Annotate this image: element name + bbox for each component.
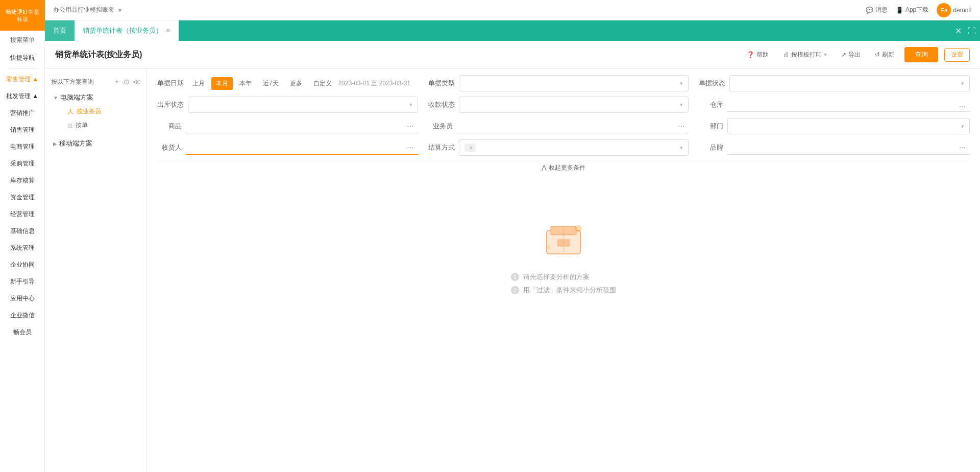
- tree-item-by-order[interactable]: ⊞ 按单: [63, 119, 142, 132]
- sidebar-item-enterprise[interactable]: 企业协同: [0, 256, 44, 273]
- tree-section: ▼ 电脑端方案 人 按业务员 ⊞ 按单 ▶: [45, 90, 146, 151]
- settlement-tag-close[interactable]: ×: [470, 145, 473, 151]
- paymentstatus-select[interactable]: ▾: [459, 97, 689, 113]
- filter-docstatus-cell: 单据状态 ▾: [699, 75, 970, 91]
- brand-ellipsis-icon[interactable]: ···: [959, 143, 966, 152]
- empty-tip-1: 1 请先选择要分析的方案: [511, 272, 616, 281]
- main-area: 办公用品行业模拟账套 ▾ 💬 消息 📱 App下载 Ea demo2 首页 销货…: [45, 0, 980, 472]
- topbar-left: 办公用品行业模拟账套 ▾: [53, 6, 121, 14]
- user-menu[interactable]: Ea demo2: [937, 3, 972, 17]
- collapse-bar[interactable]: ⋀ 收起更多条件: [157, 160, 970, 175]
- outstatus-label: 出库状态: [157, 100, 188, 109]
- tab-maximize-btn[interactable]: ✕ ⛶: [955, 26, 976, 36]
- goods-input-wrap: ···: [186, 120, 418, 133]
- consignee-input[interactable]: [190, 144, 405, 151]
- sidebar-item-marketing[interactable]: 营销推广: [0, 105, 44, 122]
- consignee-ellipsis-icon[interactable]: ···: [407, 143, 413, 152]
- sidebar-item-basic[interactable]: 基础信息: [0, 223, 44, 240]
- tab-home[interactable]: 首页: [45, 20, 75, 41]
- messages-btn[interactable]: 💬 消息: [866, 6, 888, 14]
- filter-department-cell: 部门 ▾: [699, 118, 970, 134]
- consignee-input-wrap: ···: [186, 141, 418, 155]
- sidebar-item-quicknav[interactable]: 快捷导航: [0, 50, 44, 66]
- brand-input[interactable]: [731, 144, 957, 151]
- sidebar-item-system[interactable]: 系统管理: [0, 240, 44, 256]
- tree-item-by-salesperson[interactable]: 人 按业务员: [63, 105, 142, 119]
- app-download-btn[interactable]: 📱 App下载: [896, 6, 928, 14]
- settings-button[interactable]: 设置: [944, 48, 970, 62]
- tab-sales-stat[interactable]: 销货单统计表（按业务员） ✕: [75, 20, 179, 41]
- tree-mobile-section[interactable]: ▶ 移动端方案: [49, 136, 142, 151]
- filter-section: 单据日期 上月 本月 本年 近7天 更多 自定义 2023-03-01 至 20…: [147, 69, 980, 175]
- tip-num-2: 2: [511, 286, 519, 294]
- date-btn-7days[interactable]: 近7天: [258, 77, 283, 90]
- settlement-chevron: ▾: [680, 145, 683, 151]
- close-window-icon[interactable]: ✕: [955, 27, 962, 35]
- date-btn-custom[interactable]: 自定义: [309, 77, 336, 90]
- date-btn-more[interactable]: 更多: [285, 77, 307, 90]
- date-btn-this-year[interactable]: 本年: [235, 77, 256, 90]
- sidebar-item-wholesale[interactable]: 批发管理 ▲: [0, 88, 44, 105]
- refresh-icon: ↺: [875, 51, 880, 58]
- filter-row-2: 出库状态 ▾ 收款状态 ▾: [157, 97, 970, 113]
- sidebar-item-member[interactable]: 畅会员: [0, 324, 44, 341]
- sidebar-logo: 畅捷通好生意 标版: [0, 0, 45, 31]
- sidebar-search[interactable]: 按业务员 搜索菜单: [0, 31, 44, 50]
- warehouse-label: 仓库: [699, 100, 727, 109]
- docstatus-label: 单据状态: [699, 79, 729, 88]
- settlement-label: 结算方式: [428, 143, 459, 152]
- maximize-icon[interactable]: ⛶: [968, 27, 976, 35]
- filter-row-1: 单据日期 上月 本月 本年 近7天 更多 自定义 2023-03-01 至 20…: [157, 75, 970, 91]
- refresh-btn[interactable]: ↺ 刷新: [871, 49, 898, 61]
- app-logo-text: 畅捷通好生意 标版: [6, 8, 39, 23]
- sidebar-item-retail[interactable]: 零售管理 ▲: [0, 71, 44, 88]
- svg-point-4: [575, 225, 582, 232]
- goods-ellipsis-icon[interactable]: ···: [407, 122, 413, 131]
- tree-desktop-section[interactable]: ▼ 电脑端方案: [49, 90, 142, 105]
- goods-label: 商品: [157, 122, 186, 131]
- filter-salesperson-cell: 业务员 ···: [428, 118, 699, 134]
- settlement-tag: ×: [464, 144, 476, 152]
- outstatus-chevron: ▾: [409, 102, 412, 108]
- salesperson-input-wrap: ···: [457, 120, 689, 133]
- filter-settlement-cell: 结算方式 × ▾: [428, 139, 699, 156]
- sidebar-item-ecommerce[interactable]: 电商管理: [0, 138, 44, 155]
- tree-desktop-children: 人 按业务员 ⊞ 按单: [49, 105, 142, 132]
- sidebar-item-newbie[interactable]: 新手引导: [0, 273, 44, 290]
- date-btn-this-month[interactable]: 本月: [211, 77, 233, 90]
- collapse-panel-icon[interactable]: ≪: [133, 78, 140, 86]
- warehouse-input[interactable]: [731, 101, 957, 108]
- docstatus-select[interactable]: ▾: [729, 75, 970, 91]
- settlement-select[interactable]: × ▾: [459, 139, 689, 156]
- date-btn-last-month[interactable]: 上月: [188, 77, 209, 90]
- sidebar-item-operations[interactable]: 经营管理: [0, 206, 44, 223]
- industry-dropdown-icon[interactable]: ▾: [118, 7, 121, 14]
- tab-home-label: 首页: [53, 26, 66, 35]
- doctype-select[interactable]: ▾: [459, 75, 689, 91]
- sidebar-item-purchase[interactable]: 采购管理: [0, 155, 44, 172]
- sidebar-item-finance[interactable]: 资金管理: [0, 189, 44, 206]
- date-range-display: 2023-03-01 至 2023-03-31: [338, 79, 410, 88]
- edit-scheme-icon[interactable]: ⊙: [124, 78, 130, 86]
- tab-close-icon[interactable]: ✕: [165, 27, 170, 34]
- query-button[interactable]: 查询: [904, 47, 938, 62]
- sidebar-item-appstore[interactable]: 应用中心: [0, 290, 44, 307]
- sidebar-item-wechat[interactable]: 企业微信: [0, 307, 44, 324]
- help-btn[interactable]: ❓ 帮助: [743, 49, 773, 61]
- goods-input[interactable]: [190, 122, 405, 130]
- left-panel-title: 按以下方案查询: [51, 78, 94, 86]
- warehouse-ellipsis-icon[interactable]: ...: [959, 100, 966, 109]
- empty-state: 1 请先选择要分析的方案 2 用「过滤」条件来缩小分析范围: [147, 175, 980, 336]
- export-btn[interactable]: ↗ 导出: [837, 49, 865, 61]
- sidebar-item-inventory[interactable]: 库存核算: [0, 172, 44, 189]
- sidebar-item-sales[interactable]: 销售管理: [0, 122, 44, 138]
- outstatus-select[interactable]: ▾: [188, 97, 418, 113]
- salesperson-ellipsis-icon[interactable]: ···: [678, 122, 684, 131]
- add-scheme-icon[interactable]: ＋: [113, 77, 120, 86]
- print-btn[interactable]: 🖨 按模板打印 ▾: [779, 49, 831, 61]
- filter-outstatus-cell: 出库状态 ▾: [157, 97, 428, 113]
- tree-mobile-label: 移动端方案: [59, 139, 92, 148]
- salesperson-input[interactable]: [461, 122, 676, 130]
- sidebar-divider-1: [9, 68, 35, 69]
- department-select[interactable]: ▾: [727, 118, 970, 134]
